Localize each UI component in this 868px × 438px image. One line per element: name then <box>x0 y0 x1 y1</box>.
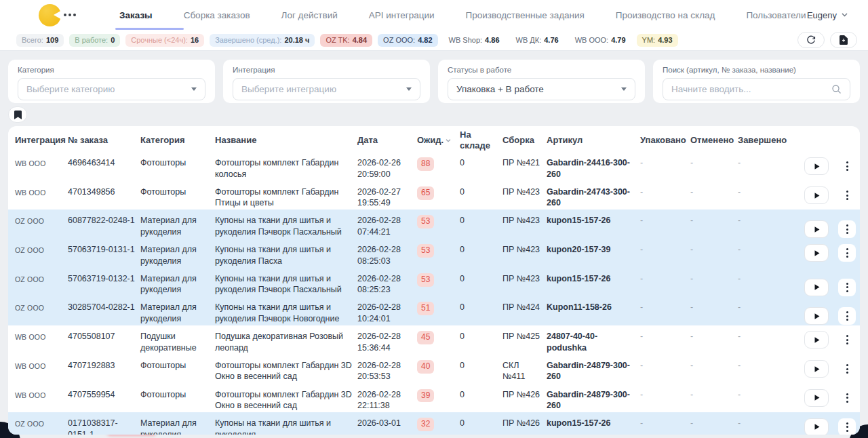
row-actions <box>799 210 857 239</box>
start-order-button[interactable] <box>804 186 829 204</box>
cell-name: Купоны на ткани для шитья и рукоделия Пэ… <box>215 268 357 297</box>
start-order-button[interactable] <box>804 157 829 175</box>
column-header-label: Артикул <box>547 135 583 145</box>
nav-tab[interactable]: Сборка заказов <box>184 0 250 30</box>
table-row[interactable]: WB OOO4701349856ФотошторыФотошторы компл… <box>8 181 860 210</box>
cell-completed: - <box>738 181 799 210</box>
nav-tab[interactable]: Производственные задания <box>466 0 585 30</box>
cell-order-number: 57063719-0132-1 <box>68 268 140 297</box>
play-icon <box>813 365 821 373</box>
search-box <box>663 78 850 100</box>
cell-order-number: 0171038317-0151-1 <box>68 412 140 435</box>
column-header[interactable]: Ожид. <box>417 135 460 146</box>
row-menu-button[interactable] <box>838 244 856 262</box>
nav-tab[interactable]: API интеграции <box>369 0 435 30</box>
chip-label: OZ TK: <box>326 36 349 44</box>
start-order-button[interactable] <box>804 244 829 262</box>
cell-article: kupon15-157-26 <box>547 412 640 435</box>
app-logo[interactable] <box>39 4 76 26</box>
table-row[interactable]: WB OOO4705508107Подушки декоративныеПоду… <box>8 325 860 355</box>
start-order-button[interactable] <box>804 418 829 435</box>
nav-tabs: ЗаказыСборка заказовЛог действийAPI инте… <box>119 0 806 30</box>
column-header[interactable]: На складе <box>460 130 502 151</box>
row-menu-button[interactable] <box>838 307 856 325</box>
column-header[interactable]: Дата <box>357 135 417 146</box>
column-header[interactable]: Завершено <box>738 135 799 146</box>
chip-label: WB Shop: <box>449 36 483 44</box>
integration-select[interactable]: Выберите интеграцию <box>233 78 420 100</box>
column-header-label: Упаковано <box>640 135 686 145</box>
start-order-button[interactable] <box>804 331 829 349</box>
row-menu-button[interactable] <box>838 360 856 378</box>
row-actions <box>799 239 857 268</box>
column-header[interactable]: Интеграция <box>15 135 68 146</box>
start-order-button[interactable] <box>804 279 829 296</box>
row-menu-button[interactable] <box>838 389 856 407</box>
cell-waiting: 88 <box>417 152 460 181</box>
table-row[interactable]: OZ OOO57063719-0132-1Материал для рукоде… <box>8 268 860 297</box>
cell-article: kupon15-157-26 <box>547 268 640 297</box>
waiting-badge: 53 <box>417 215 434 228</box>
table-row[interactable]: WB OOO4707192883ФотошторыФотошторы компл… <box>8 355 860 384</box>
column-header-label: Сборка <box>502 135 534 145</box>
nav-tab[interactable]: Производство на склад <box>616 0 715 30</box>
refresh-button[interactable] <box>797 32 825 48</box>
table-row[interactable]: OZ OOO0171038317-0151-1Материал для руко… <box>8 412 860 435</box>
start-order-button[interactable] <box>804 220 829 238</box>
table-row[interactable]: WB OOO4696463414ФотошторыФотошторы компл… <box>8 152 860 181</box>
cell-integration: WB OOO <box>15 355 68 384</box>
chip-value: 4.76 <box>544 36 558 44</box>
nav-tab[interactable]: Пользователи <box>746 0 806 30</box>
cell-assembly: ПР №423 <box>502 181 547 210</box>
column-header[interactable]: Отменено <box>690 135 738 146</box>
cell-completed: - <box>738 210 799 239</box>
row-actions <box>799 384 857 413</box>
chip-value: 109 <box>46 36 58 44</box>
column-header[interactable]: Артикул <box>547 135 640 146</box>
table-row[interactable]: OZ OOO30285704-0282-1Материал для рукоде… <box>8 296 860 325</box>
table-row[interactable]: OZ OOO60877822-0248-1Материал для рукоде… <box>8 210 860 239</box>
cell-packed: - <box>640 325 690 355</box>
cell-article: Gabardin-24743-300-260 <box>547 181 640 210</box>
chip-value: 4.82 <box>418 36 432 44</box>
cell-article: Gabardin-24416-300-260 <box>547 152 640 181</box>
start-order-button[interactable] <box>804 389 829 407</box>
column-header[interactable]: Сборка <box>502 135 547 146</box>
cell-assembly: ПР №421 <box>502 152 547 181</box>
chip-value: 0 <box>111 36 115 44</box>
bookmark-filter-button[interactable] <box>8 106 27 123</box>
stats-actions <box>797 32 857 48</box>
cell-article: 24807-40-40-podushka <box>547 325 640 355</box>
cell-name: Купоны на ткани для шитья и рукоделия Пэ… <box>215 296 357 325</box>
row-menu-button[interactable] <box>838 220 856 238</box>
select-value: Упаковка + В работе <box>456 84 544 94</box>
filter-label: Поиск (артикул, № заказа, название) <box>663 66 850 74</box>
start-order-button[interactable] <box>804 360 829 378</box>
row-menu-button[interactable] <box>838 157 856 175</box>
column-header-label: Ожид. <box>417 135 443 145</box>
table-body: WB OOO4696463414ФотошторыФотошторы компл… <box>8 152 860 435</box>
column-header[interactable]: Упаковано <box>640 135 690 146</box>
cell-stock: 0 <box>460 384 502 413</box>
row-menu-button[interactable] <box>838 418 856 435</box>
start-order-button[interactable] <box>804 307 829 325</box>
column-header-label: На складе <box>460 130 490 151</box>
table-row[interactable]: WB OOO4707559954ФотошторыФотошторы компл… <box>8 384 860 413</box>
filter-card-search: Поиск (артикул, № заказа, название) <box>653 60 860 103</box>
column-header[interactable]: № заказа <box>68 135 140 146</box>
row-menu-button[interactable] <box>838 331 856 349</box>
nav-tab[interactable]: Заказы <box>119 0 153 30</box>
nav-tab[interactable]: Лог действий <box>281 0 338 30</box>
column-header[interactable]: Название <box>215 135 357 146</box>
user-menu[interactable]: Eugeny <box>807 10 848 20</box>
row-menu-button[interactable] <box>838 186 856 204</box>
search-input[interactable] <box>671 84 831 94</box>
play-icon <box>813 192 821 199</box>
table-row[interactable]: OZ OOO57063719-0131-1Материал для рукоде… <box>8 239 860 268</box>
column-header[interactable]: Категория <box>140 135 215 146</box>
column-header-label: Категория <box>140 135 185 145</box>
category-select[interactable]: Выберите категорию <box>18 78 205 100</box>
export-button[interactable] <box>830 32 857 48</box>
row-menu-button[interactable] <box>838 279 856 296</box>
status-select[interactable]: Упаковка + В работе <box>448 78 635 100</box>
